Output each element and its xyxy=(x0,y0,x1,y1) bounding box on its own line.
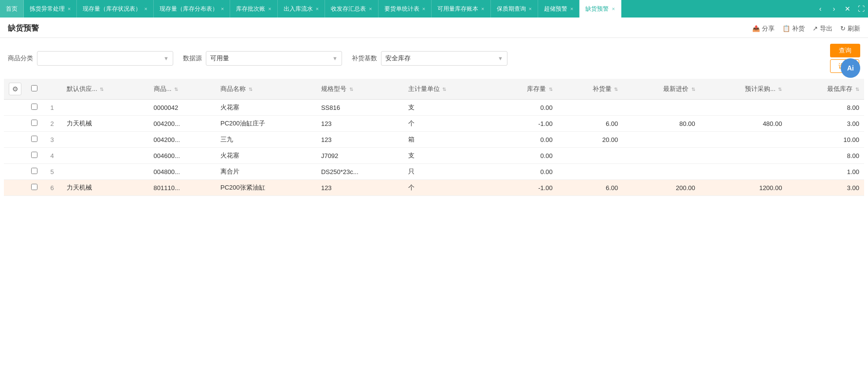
tab-demand[interactable]: 要货单统计表 × xyxy=(379,0,432,18)
tab-stock-dist[interactable]: 现存量（库存分布表） × xyxy=(154,0,230,18)
close-tab-inout-flow[interactable]: × xyxy=(316,6,319,12)
row-checkbox-4[interactable] xyxy=(31,168,37,174)
row-gear-3 xyxy=(4,148,26,164)
stock-sort-icon[interactable]: ⇅ xyxy=(549,87,553,92)
close-tab-available[interactable]: × xyxy=(481,6,484,12)
category-select[interactable]: ▼ xyxy=(37,51,173,66)
ai-badge[interactable]: Ai xyxy=(841,58,860,78)
row-replenish-1: 6.00 xyxy=(558,116,623,132)
export-icon: ↗ xyxy=(813,25,818,32)
column-settings-btn[interactable]: ⚙ xyxy=(9,83,21,95)
row-gear-4 xyxy=(4,164,26,180)
close-tab-demand[interactable]: × xyxy=(422,6,425,12)
export-button[interactable]: ↗ 导出 xyxy=(813,24,832,33)
row-min-stock-5: 3.00 xyxy=(787,180,864,196)
row-min-stock-4: 1.00 xyxy=(787,164,864,180)
category-label: 商品分类 xyxy=(8,54,33,63)
row-min-stock-3: 8.00 xyxy=(787,148,864,164)
row-checkbox-0[interactable] xyxy=(31,104,37,110)
row-code-0: 0000042 xyxy=(149,100,216,116)
row-est-purchase-5: 1200.00 xyxy=(700,180,787,196)
tab-shortage[interactable]: 缺货预警 × xyxy=(579,0,621,18)
row-replenish-0 xyxy=(558,100,623,116)
row-checkbox-1[interactable] xyxy=(31,120,37,126)
row-replenish-4 xyxy=(558,164,623,180)
row-checkbox-3[interactable] xyxy=(31,152,37,158)
row-replenish-3 xyxy=(558,148,623,164)
close-tab-expiry[interactable]: × xyxy=(529,6,532,12)
row-stock-0: 0.00 xyxy=(492,100,557,116)
query-button[interactable]: 查询 xyxy=(830,44,860,57)
table-row: 1 0000042 火花塞 SS816 支 0.00 8.00 xyxy=(4,100,864,116)
col-spec-header: 规格型号 ⇅ xyxy=(316,79,403,100)
tab-batch[interactable]: 库存批次账 × xyxy=(230,0,277,18)
row-min-stock-0: 8.00 xyxy=(787,100,864,116)
supplement-button[interactable]: 📋 补货 xyxy=(782,24,805,33)
table-row: 5 004800... 离合片 DS250*23c... 只 0.00 1.00 xyxy=(4,164,864,180)
row-replenish-5: 6.00 xyxy=(558,180,623,196)
row-name-1: PC200油缸庄子 xyxy=(216,116,316,132)
row-latest-price-2 xyxy=(623,132,700,148)
tab-prev-btn[interactable]: ‹ xyxy=(814,5,827,13)
supplier-sort-icon[interactable]: ⇅ xyxy=(100,87,104,92)
row-checkbox-cell-5 xyxy=(26,180,42,196)
spec-sort-icon[interactable]: ⇅ xyxy=(349,87,353,92)
latest-price-sort-icon[interactable]: ⇅ xyxy=(691,87,695,92)
min-stock-sort-icon[interactable]: ⇅ xyxy=(855,87,859,92)
row-num-2: 3 xyxy=(42,132,62,148)
tab-overstock[interactable]: 超储预警 × xyxy=(538,0,579,18)
row-unit-1: 个 xyxy=(403,116,492,132)
tab-available[interactable]: 可用量库存账本 × xyxy=(432,0,490,18)
tab-inout-flow[interactable]: 出入库流水 × xyxy=(278,0,325,18)
row-latest-price-5: 200.00 xyxy=(623,180,700,196)
close-tab-batch[interactable]: × xyxy=(268,6,271,12)
close-tab-collect[interactable]: × xyxy=(369,6,372,12)
row-num-5: 6 xyxy=(42,180,62,196)
unit-sort-icon[interactable]: ⇅ xyxy=(442,87,446,92)
row-checkbox-2[interactable] xyxy=(31,136,37,142)
row-supplier-5: 力天机械 xyxy=(62,180,149,196)
tab-expiry[interactable]: 保质期查询 × xyxy=(491,0,538,18)
col-code-header: 商品... ⇅ xyxy=(149,79,216,100)
col-supplier-header: 默认供应... ⇅ xyxy=(62,79,149,100)
close-tab-shortage[interactable]: × xyxy=(612,6,615,12)
tab-stock-status[interactable]: 现存量（库存状况表） × xyxy=(77,0,153,18)
row-checkbox-cell-4 xyxy=(26,164,42,180)
code-sort-icon[interactable]: ⇅ xyxy=(174,87,178,92)
close-tab-overstock[interactable]: × xyxy=(570,6,573,12)
share-button[interactable]: 📤 分享 xyxy=(752,24,775,33)
close-tab-exception[interactable]: × xyxy=(68,6,71,12)
tab-home[interactable]: 首页 xyxy=(0,0,24,18)
row-name-3: 火花塞 xyxy=(216,148,316,164)
share-icon: 📤 xyxy=(752,25,760,32)
tab-close-all-btn[interactable]: ✕ xyxy=(841,5,854,13)
main-content: 缺货预警 📤 分享 📋 补货 ↗ 导出 ↻ 刷新 商品分类 xyxy=(0,18,868,387)
close-tab-stock-dist[interactable]: × xyxy=(221,6,224,12)
close-tab-stock-status[interactable]: × xyxy=(144,6,147,12)
row-latest-price-1: 80.00 xyxy=(623,116,700,132)
row-est-purchase-2 xyxy=(700,132,787,148)
replenish-select[interactable]: 安全库存 ▼ xyxy=(381,51,507,66)
datasource-label: 数据源 xyxy=(183,54,202,63)
replenish-sort-icon[interactable]: ⇅ xyxy=(614,87,618,92)
tab-maximize-btn[interactable]: ⛶ xyxy=(854,5,868,13)
est-purchase-sort-icon[interactable]: ⇅ xyxy=(778,87,782,92)
tab-exception[interactable]: 拣货异常处理 × xyxy=(24,0,77,18)
name-sort-icon[interactable]: ⇅ xyxy=(249,87,253,92)
tab-collect[interactable]: 收发存汇总表 × xyxy=(325,0,378,18)
category-filter-group: 商品分类 ▼ xyxy=(8,51,173,66)
row-name-0: 火花塞 xyxy=(216,100,316,116)
col-est-purchase-header: 预计采购... ⇅ xyxy=(700,79,787,100)
row-checkbox-5[interactable] xyxy=(31,184,37,190)
row-checkbox-cell-0 xyxy=(26,100,42,116)
row-unit-0: 支 xyxy=(403,100,492,116)
tab-next-btn[interactable]: › xyxy=(827,5,841,13)
datasource-filter-group: 数据源 可用量 ▼ xyxy=(183,51,342,66)
table-container: ⚙ 默认供应... ⇅ 商品... ⇅ 商品名称 xyxy=(0,79,868,196)
refresh-button[interactable]: ↻ 刷新 xyxy=(840,24,860,33)
select-all-checkbox[interactable] xyxy=(31,85,37,91)
col-latest-price-header: 最新进价 ⇅ xyxy=(623,79,700,100)
row-spec-5: 123 xyxy=(316,180,403,196)
row-min-stock-2: 10.00 xyxy=(787,132,864,148)
datasource-select[interactable]: 可用量 ▼ xyxy=(206,51,342,66)
